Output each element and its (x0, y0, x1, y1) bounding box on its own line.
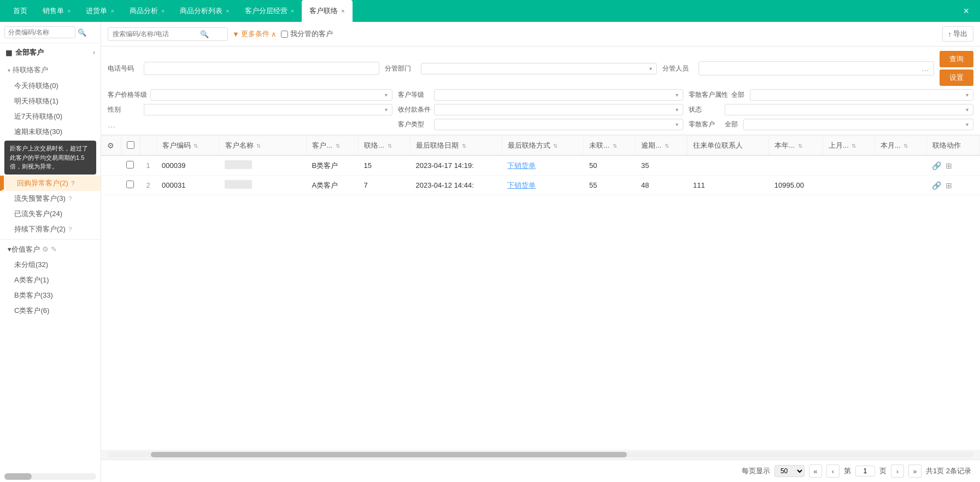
col-last-date[interactable]: 最后联络日期 ⇅ (410, 136, 502, 155)
col-contact[interactable]: 联络... ⇅ (359, 136, 410, 155)
col-last-method[interactable]: 最后联络方式 ⇅ (502, 136, 584, 155)
export-button[interactable]: ↑ 导出 (942, 26, 974, 42)
col-uncontact[interactable]: 未联... ⇅ (584, 136, 636, 155)
sidebar-week-waiting[interactable]: 近7天待联络(0) (0, 109, 101, 124)
sidebar-search-icon[interactable]: 🔍 (78, 28, 86, 37)
chevron-up-icon: ∧ (271, 30, 277, 38)
nav-product-analysis-close[interactable]: × (161, 8, 165, 14)
help-icon[interactable]: ? (71, 180, 74, 187)
lost-preview-help-icon[interactable]: ? (68, 195, 72, 202)
row2-grid-icon[interactable]: ⊞ (946, 181, 952, 190)
sidebar-class-c[interactable]: C类客户(6) (0, 303, 101, 318)
prev-page-button[interactable]: ‹ (826, 464, 840, 478)
retail-attr-select[interactable]: ▾ (750, 89, 973, 101)
customer-level-select[interactable]: ▾ (434, 89, 683, 101)
settings-small-icon[interactable]: ⚙ (42, 245, 49, 253)
payment-select[interactable]: ▾ (434, 104, 683, 115)
nav-purchase-close[interactable]: × (110, 8, 114, 14)
sidebar-declining-customers[interactable]: 持续下滑客户(2) ? (0, 222, 101, 237)
page-number-input[interactable] (855, 466, 875, 477)
row1-link-icon[interactable]: 🔗 (932, 161, 941, 170)
sidebar-scrollbar[interactable] (4, 473, 96, 480)
phone-input[interactable] (144, 62, 379, 75)
sidebar-overdue-waiting[interactable]: 逾期未联络(30) (0, 124, 101, 140)
price-level-select[interactable]: ▾ (150, 89, 392, 101)
row1-last-month (823, 155, 875, 176)
col-settings[interactable]: ⚙ (101, 136, 121, 155)
table-settings-icon[interactable]: ⚙ (107, 141, 114, 150)
retail-customer-select[interactable]: ▾ (743, 119, 973, 130)
sidebar-all-customers[interactable]: ▦ 全部客户 › (0, 43, 101, 62)
sidebar-valued-customers-group[interactable]: ▾ 价值客户 ⚙ ✎ (0, 242, 101, 257)
col-name[interactable]: 客户名称 ⇅ (219, 136, 306, 155)
first-page-button[interactable]: « (809, 464, 822, 478)
sidebar-waiting-contact-group[interactable]: ▾ 待联络客户 (0, 62, 101, 78)
row1-unit-contact (688, 155, 769, 176)
sidebar-repurchase-abnormal[interactable]: 回购异常客户(2) ? (0, 176, 101, 191)
nav-purchase[interactable]: 进货单 × (78, 0, 121, 22)
col-last-month[interactable]: 上月... ⇅ (823, 136, 875, 155)
status-select[interactable]: ▾ (725, 104, 973, 115)
sidebar-today-waiting[interactable]: 今天待联络(0) (0, 78, 101, 94)
row1-grid-icon[interactable]: ⊞ (946, 161, 952, 170)
chevron-down-icon-9: ▾ (966, 121, 969, 127)
row2-checkbox (121, 176, 140, 195)
filter-dots-row: … (108, 120, 392, 129)
col-unit-contact[interactable]: 往来单位联系人 (688, 136, 769, 155)
sidebar-ungrouped[interactable]: 未分组(32) (0, 257, 101, 272)
last-page-button[interactable]: » (908, 464, 922, 478)
h-scrollbar-area[interactable] (101, 450, 980, 460)
select-all-checkbox[interactable] (127, 141, 134, 149)
per-page-select[interactable]: 50 100 200 (774, 465, 805, 477)
dots-label[interactable]: … (108, 120, 115, 129)
gender-select[interactable]: ▾ (144, 104, 392, 115)
col-this-month[interactable]: 本月... ⇅ (875, 136, 926, 155)
customer-type-select[interactable]: ▾ (434, 119, 683, 130)
sidebar-class-b[interactable]: B类客户(33) (0, 288, 101, 303)
nav-sales[interactable]: 销售单 × (35, 0, 78, 22)
nav-customer-segment-close[interactable]: × (291, 8, 294, 14)
more-conditions-button[interactable]: ▼ 更多条件 ∧ (232, 29, 277, 39)
sort-name-icon: ⇅ (256, 143, 261, 149)
sidebar-collapse-icon[interactable]: › (93, 49, 95, 56)
nav-customer-segment[interactable]: 客户分层经营 × (237, 0, 302, 22)
row1-last-method[interactable]: 下销货单 (502, 155, 584, 176)
col-overdue[interactable]: 逾期... ⇅ (636, 136, 688, 155)
branch-person-select[interactable]: … (699, 61, 934, 76)
table-row: 1 000039 B类客户 15 2023-04-17 14:19: 下销货单 … (101, 155, 980, 176)
edit-icon[interactable]: ✎ (51, 245, 57, 253)
my-customers-checkbox[interactable] (281, 31, 288, 38)
branch-dept-select[interactable]: ▾ (421, 63, 656, 74)
settings-button[interactable]: 设置 (940, 69, 973, 86)
next-page-button[interactable]: › (891, 464, 904, 478)
dots-icon-1[interactable]: … (922, 64, 929, 73)
col-code[interactable]: 客户编码 ⇅ (156, 136, 219, 155)
sidebar-lost-preview[interactable]: 流失预警客户(3) ? (0, 191, 101, 206)
row1-select-checkbox[interactable] (126, 161, 134, 169)
sidebar-tomorrow-waiting[interactable]: 明天待联络(1) (0, 94, 101, 109)
main-search-icon[interactable]: 🔍 (200, 30, 209, 38)
chevron-down-icon-3: ▾ (676, 92, 678, 98)
declining-help-icon[interactable]: ? (68, 226, 72, 233)
row2-last-method[interactable]: 下销货单 (502, 176, 584, 195)
nav-sales-close[interactable]: × (67, 8, 71, 14)
sidebar-class-a[interactable]: A类客户(1) (0, 272, 101, 288)
col-this-year[interactable]: 本年... ⇅ (769, 136, 823, 155)
row2-select-checkbox[interactable] (126, 181, 134, 188)
sidebar-search-input[interactable] (4, 26, 75, 38)
nav-home[interactable]: 首页 (5, 0, 35, 22)
window-close-button[interactable]: × (958, 5, 975, 17)
main-search-input[interactable] (113, 30, 200, 38)
sidebar-scrollbar-thumb (4, 473, 32, 480)
nav-product-list-close[interactable]: × (226, 8, 229, 14)
main-search-box[interactable]: 🔍 (108, 27, 228, 41)
nav-customer-contact-close[interactable]: × (341, 8, 344, 14)
nav-product-list[interactable]: 商品分析列表 × (172, 0, 237, 22)
sidebar-lost-customers[interactable]: 已流失客户(24) (0, 206, 101, 222)
col-customer-type[interactable]: 客户... ⇅ (307, 136, 359, 155)
nav-customer-contact[interactable]: 客户联络 × (302, 0, 352, 22)
query-button[interactable]: 查询 (940, 51, 973, 67)
my-customers-filter[interactable]: 我分管的客户 (281, 29, 333, 39)
nav-product-analysis[interactable]: 商品分析 × (122, 0, 172, 22)
row2-link-icon[interactable]: 🔗 (932, 181, 941, 190)
